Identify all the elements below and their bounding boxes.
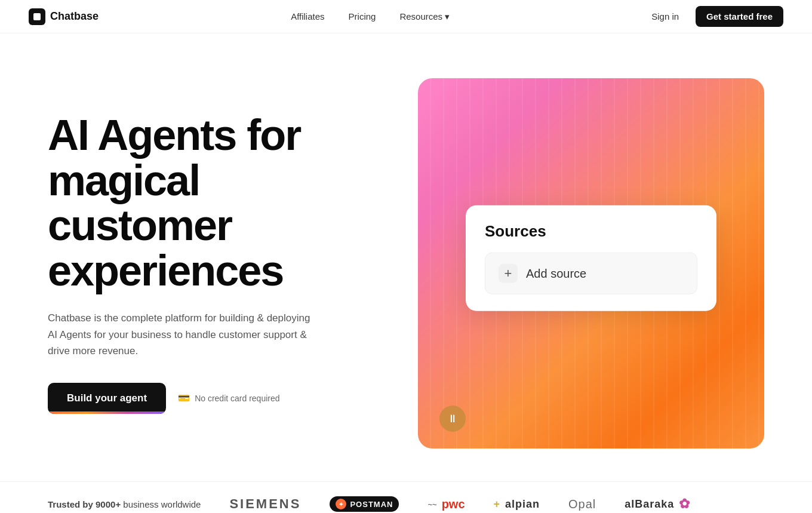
add-source-label: Add source — [526, 266, 586, 280]
brand-name: Chatbase — [50, 10, 99, 23]
trusted-text: Trusted by 9000+ business worldwide — [48, 499, 201, 509]
hero-description: Chatbase is the complete platform for bu… — [48, 310, 310, 359]
signin-button[interactable]: Sign in — [642, 7, 688, 26]
logo-link[interactable]: Chatbase — [29, 8, 99, 25]
pause-icon: ⏸ — [447, 413, 458, 425]
nav-resources[interactable]: Resources ▾ — [390, 7, 459, 27]
albaraka-logo: alBaraka✿ — [625, 496, 690, 512]
plus-icon: + — [499, 264, 518, 283]
get-started-button[interactable]: Get started free — [696, 6, 783, 27]
alpian-logo: +alpian — [494, 498, 540, 511]
no-card-label: 💳 No credit card required — [178, 392, 279, 404]
svg-rect-0 — [33, 13, 41, 20]
postman-icon: ✦ — [336, 499, 346, 509]
build-agent-button[interactable]: Build your agent — [48, 383, 166, 414]
nav-affiliates[interactable]: Affiliates — [281, 7, 334, 26]
pwc-logo: ~~pwc — [427, 497, 465, 511]
sources-title: Sources — [485, 222, 697, 241]
siemens-logo: SIEMENS — [229, 496, 301, 512]
hero-illustration: Sources + Add source ⏸ — [418, 78, 764, 449]
nav-right: Sign in Get started free — [642, 6, 783, 27]
sources-card: Sources + Add source — [466, 205, 716, 311]
add-source-button[interactable]: + Add source — [485, 253, 697, 294]
credit-card-icon: 💳 — [178, 392, 190, 404]
navbar: Chatbase Affiliates Pricing Resources ▾ … — [0, 0, 812, 33]
chevron-down-icon: ▾ — [445, 11, 450, 22]
nav-links: Affiliates Pricing Resources ▾ — [281, 7, 459, 27]
logo-icon — [29, 8, 45, 25]
hero-section: AI Agents for magical customer experienc… — [0, 33, 812, 481]
opal-logo: Opal — [568, 497, 596, 511]
hero-actions: Build your agent 💳 No credit card requir… — [48, 383, 394, 414]
hero-left: AI Agents for magical customer experienc… — [48, 113, 394, 414]
trusted-section: Trusted by 9000+ business worldwide SIEM… — [0, 481, 812, 513]
pause-button[interactable]: ⏸ — [439, 406, 466, 432]
postman-logo: ✦ POSTMAN — [330, 496, 399, 512]
partner-logos: SIEMENS ✦ POSTMAN ~~pwc +alpian Opal alB… — [229, 496, 690, 512]
nav-pricing[interactable]: Pricing — [339, 7, 386, 26]
hero-title: AI Agents for magical customer experienc… — [48, 113, 394, 293]
